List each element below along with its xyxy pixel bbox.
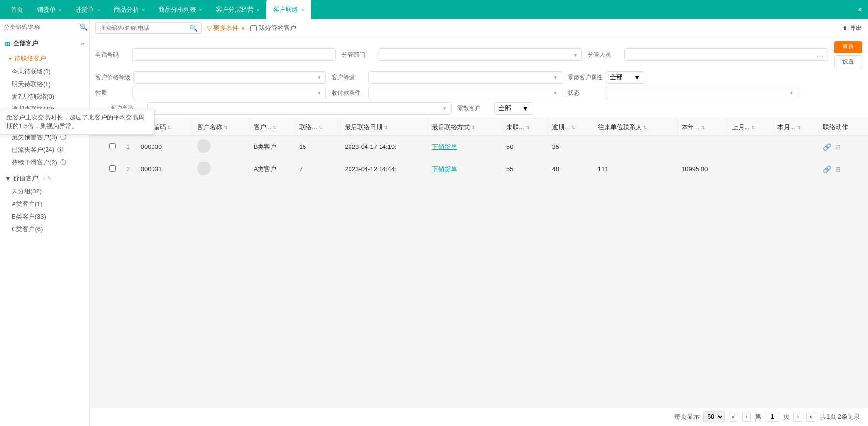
retail-attr-select[interactable]: 全部 ▼	[606, 71, 644, 84]
page-total-label: 页	[783, 412, 790, 421]
td-settings-2	[90, 158, 105, 180]
payment-term-select[interactable]: ▼	[368, 87, 562, 99]
filter-row-1: 电话号码 分管部门 ▼ 分管人员 …	[95, 41, 862, 68]
action-icons-2: 🔗 ⊞	[823, 165, 864, 173]
th-contact[interactable]: 联络... ⇅	[295, 119, 341, 136]
sidebar-search-icon[interactable]: 🔍	[79, 23, 88, 31]
row1-grid-icon[interactable]: ⊞	[835, 143, 841, 151]
close-customer-contact-icon[interactable]: ×	[301, 7, 304, 13]
th-last-month[interactable]: 上月... ⇅	[728, 119, 773, 136]
payment-term-select-arrow-icon: ▼	[553, 90, 558, 96]
customer-search-input[interactable]	[100, 25, 186, 31]
my-customers-checkbox[interactable]	[250, 25, 257, 31]
last-page-button[interactable]: »	[806, 412, 816, 422]
close-product-analysis-icon[interactable]: ×	[142, 7, 145, 13]
price-grade-select[interactable]: ▼	[133, 71, 326, 84]
value-group-settings-icon[interactable]: ✎	[47, 176, 52, 182]
page-size-select[interactable]: 50	[703, 411, 725, 422]
prev-page-button[interactable]: ‹	[742, 412, 751, 422]
td-type-2: A类客户	[249, 158, 295, 180]
sidebar-item-today[interactable]: 今天待联络(0)	[0, 65, 89, 78]
nav-customer-contact[interactable]: 客户联络 ×	[266, 0, 311, 19]
sidebar-item-continuous-down[interactable]: 持续下滑客户(2) ⓘ	[0, 156, 89, 169]
nav-purchase-order[interactable]: 进货单 ×	[68, 0, 107, 19]
person-dots-icon[interactable]: …	[816, 50, 824, 59]
close-purchase-order-icon[interactable]: ×	[97, 7, 100, 13]
row1-link-icon[interactable]: 🔗	[823, 143, 831, 151]
th-last-contact-method[interactable]: 最后联络方式 ⇅	[427, 119, 502, 136]
th-name[interactable]: 客户名称 ⇅	[193, 119, 249, 136]
contact-method-link-1[interactable]: 下销货单	[432, 143, 457, 150]
nav-product-analysis[interactable]: 商品分析 ×	[107, 0, 152, 19]
sidebar-item-a-class[interactable]: A类客户(1)	[0, 198, 89, 210]
price-grade-field: 客户价格等级 ▼	[95, 71, 326, 84]
close-customer-layered-icon[interactable]: ×	[257, 7, 259, 13]
filter-row-2: 客户价格等级 ▼ 客户等级 ▼ 零散客户属性 全部	[95, 71, 862, 84]
nav-customer-layered[interactable]: 客户分层经营 ×	[209, 0, 266, 19]
sidebar-search-input[interactable]	[4, 24, 76, 30]
td-index-1: 1	[120, 136, 137, 158]
th-last-contact-date[interactable]: 最后联络日期 ⇅	[341, 119, 427, 136]
sidebar-item-tomorrow[interactable]: 明天待联络(1)	[0, 78, 89, 90]
td-settings-1	[90, 136, 105, 158]
contact-method-link-2[interactable]: 下销货单	[432, 165, 457, 173]
row2-link-icon[interactable]: 🔗	[823, 165, 831, 173]
sidebar-item-7days[interactable]: 近7天待联络(0)	[0, 90, 89, 103]
th-last-contact-method-sort-icon: ⇅	[471, 125, 475, 130]
th-unit-contact[interactable]: 往来单位联系人 ⇅	[594, 119, 677, 136]
department-label: 分管部门	[342, 51, 376, 59]
sidebar-collapse-icon[interactable]: »	[81, 40, 84, 47]
advanced-filters: 电话号码 分管部门 ▼ 分管人员 …	[90, 37, 868, 119]
row1-checkbox[interactable]	[109, 143, 116, 149]
th-name-sort-icon: ⇅	[224, 125, 228, 130]
th-type[interactable]: 客户... ⇅	[249, 119, 295, 136]
phone-field: 电话号码	[95, 48, 336, 61]
th-overdue[interactable]: 逾期... ⇅	[548, 119, 594, 136]
retail-attr-label: 零散客户属性	[568, 73, 603, 82]
sidebar-item-c-class[interactable]: C类客户(6)	[0, 223, 89, 235]
sidebar-item-unclassified[interactable]: 未分组(32)	[0, 185, 89, 198]
th-this-month[interactable]: 本月... ⇅	[774, 119, 819, 136]
first-page-button[interactable]: «	[729, 412, 739, 422]
gender-select[interactable]: ▼	[132, 87, 326, 99]
td-unit-contact-1	[594, 136, 677, 158]
status-select[interactable]: ▼	[605, 87, 798, 99]
phone-input[interactable]	[132, 48, 336, 61]
td-name-2	[193, 158, 249, 180]
query-button[interactable]: 查询	[834, 41, 862, 53]
sidebar-item-already-lost[interactable]: 已流失客户(24) ⓘ	[0, 144, 89, 156]
td-overdue-2: 48	[548, 158, 594, 180]
customer-grade-select[interactable]: ▼	[368, 71, 562, 84]
customer-type-select-arrow-icon: ▼	[442, 106, 447, 111]
retail-customer-select[interactable]: 全部 ▼	[494, 102, 533, 115]
page-input[interactable]	[765, 412, 779, 422]
row2-grid-icon[interactable]: ⊞	[835, 165, 841, 173]
th-this-year[interactable]: 本年... ⇅	[678, 119, 728, 136]
sidebar-value-customer-group[interactable]: ▼ 价值客户 ○ ✎	[0, 172, 89, 185]
more-conditions-arrow-icon: ∧	[241, 25, 245, 32]
sidebar-item-b-class[interactable]: B类客户(33)	[0, 210, 89, 223]
nav-sales-order[interactable]: 销货单 ×	[30, 0, 68, 19]
grid-icon: ⊞	[5, 40, 10, 47]
close-product-analysis-list-icon[interactable]: ×	[199, 7, 202, 13]
export-button[interactable]: ⬆ 导出	[842, 24, 862, 32]
customer-type-select[interactable]: ▼	[147, 102, 451, 115]
more-conditions-button[interactable]: ▽ 更多条件 ∧	[207, 24, 245, 32]
next-page-button[interactable]: ›	[793, 412, 802, 422]
td-checkbox-2	[105, 158, 120, 180]
window-close-icon[interactable]: ×	[858, 5, 862, 14]
search-button[interactable]: 🔍	[189, 24, 198, 32]
sidebar-pending-contact-group[interactable]: ▼ 待联络客户	[0, 52, 89, 65]
settings-button[interactable]: 设置	[834, 55, 862, 68]
row2-checkbox[interactable]	[109, 165, 116, 172]
th-not-contact[interactable]: 未联... ⇅	[503, 119, 548, 136]
td-actions-2: 🔗 ⊞	[819, 158, 868, 180]
nav-home[interactable]: 首页	[4, 0, 30, 19]
person-select[interactable]: …	[624, 48, 828, 61]
value-group-edit-icon[interactable]: ○	[42, 176, 46, 181]
nav-product-analysis-list[interactable]: 商品分析列表 ×	[152, 0, 209, 19]
sidebar-all-customers[interactable]: ⊞ 全部客户 »	[0, 35, 89, 52]
th-code-sort-icon: ⇅	[168, 125, 171, 130]
department-select[interactable]: ▼	[379, 48, 582, 61]
close-sales-order-icon[interactable]: ×	[59, 7, 61, 13]
